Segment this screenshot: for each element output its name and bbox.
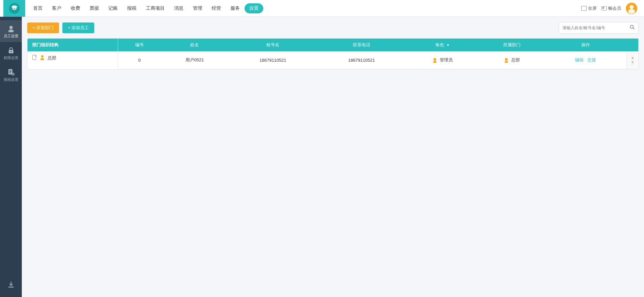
fullscreen-btn[interactable]: 全屏 bbox=[581, 5, 597, 11]
cell-phone: 18679110521 bbox=[317, 51, 406, 69]
table-row: 0 用户0521 18679110521 18679110521 bbox=[118, 51, 638, 69]
sidebar-item-tax-settings[interactable]: 报税设置 bbox=[0, 64, 22, 86]
cell-name: 用户0521 bbox=[161, 51, 229, 69]
tax-settings-icon bbox=[7, 68, 15, 76]
svg-point-20 bbox=[41, 58, 44, 60]
col-phone: 联系电话 bbox=[317, 39, 406, 51]
nav-fee[interactable]: 收费 bbox=[66, 3, 85, 13]
nav-business[interactable]: 工商项目 bbox=[141, 3, 169, 13]
cell-account: 18679110521 bbox=[228, 51, 317, 69]
nav-manage[interactable]: 管理 bbox=[188, 3, 207, 13]
lock-icon bbox=[7, 47, 15, 54]
col-account: 账号名 bbox=[228, 39, 317, 51]
download-icon bbox=[7, 281, 15, 289]
transfer-link[interactable]: 交接 bbox=[587, 57, 596, 62]
cell-dept: 总部 bbox=[479, 51, 544, 69]
svg-point-24 bbox=[504, 61, 508, 63]
svg-point-4 bbox=[9, 26, 13, 29]
sidebar-download[interactable] bbox=[0, 277, 22, 292]
role-filter-icon: ▼ bbox=[446, 43, 450, 47]
top-nav: 首页 客户 收费 票据 记账 报税 工商项目 消息 管理 经营 服务 设置 全屏… bbox=[0, 0, 644, 17]
user-avatar[interactable] bbox=[626, 3, 637, 14]
scroll-col: ▲ ▼ bbox=[627, 51, 638, 69]
main-wrapper: 员工设置 权限设置 bbox=[0, 17, 644, 297]
tree-item-label: 总部 bbox=[48, 55, 56, 61]
nav-invoice[interactable]: 票据 bbox=[85, 3, 104, 13]
nav-operation[interactable]: 经营 bbox=[207, 3, 226, 13]
content-area: + 添加部门 + 添加员工 部门组织结构 bbox=[22, 17, 644, 297]
tree-item-headquarters[interactable]: 总部 bbox=[28, 51, 118, 64]
add-employee-button[interactable]: + 添加员工 bbox=[62, 22, 94, 33]
search-input[interactable] bbox=[559, 23, 626, 32]
nav-right: 全屏 畅会员 bbox=[581, 3, 641, 14]
nav-tax[interactable]: 报税 bbox=[122, 3, 141, 13]
svg-point-22 bbox=[433, 61, 436, 63]
add-dept-button[interactable]: + 添加部门 bbox=[27, 22, 59, 33]
svg-point-2 bbox=[630, 5, 634, 9]
vip-btn[interactable]: 畅会员 bbox=[601, 5, 621, 11]
logo[interactable] bbox=[3, 0, 25, 17]
svg-point-21 bbox=[433, 58, 436, 61]
nav-service[interactable]: 服务 bbox=[226, 3, 245, 13]
col-name: 姓名 bbox=[161, 39, 229, 51]
cell-operations: 编辑 交接 bbox=[544, 51, 627, 69]
sidebar-item-employee[interactable]: 员工设置 bbox=[0, 20, 22, 42]
employee-icon bbox=[7, 25, 15, 32]
nav-message[interactable]: 消息 bbox=[169, 3, 188, 13]
role-icon bbox=[432, 57, 439, 62]
main-panel: 部门组织结构 总部 bbox=[27, 38, 639, 69]
svg-rect-15 bbox=[8, 287, 14, 288]
nav-bookkeeping[interactable]: 记账 bbox=[104, 3, 122, 13]
sidebar-bottom bbox=[0, 277, 22, 297]
dept-icon bbox=[504, 57, 510, 62]
svg-point-5 bbox=[8, 30, 14, 32]
col-dept: 所属部门 bbox=[479, 39, 544, 51]
tree-header: 部门组织结构 bbox=[28, 39, 118, 51]
cell-id: 0 bbox=[118, 51, 161, 69]
search-box bbox=[559, 22, 639, 34]
search-button[interactable] bbox=[626, 22, 638, 33]
col-id: 编号 bbox=[118, 39, 161, 51]
svg-point-23 bbox=[505, 58, 507, 61]
col-role[interactable]: 角色 ▼ bbox=[406, 39, 479, 51]
nav-home[interactable]: 首页 bbox=[29, 3, 47, 13]
scroll-col-header bbox=[627, 39, 638, 51]
dept-user-icon bbox=[40, 55, 45, 61]
sidebar-item-permission[interactable]: 权限设置 bbox=[0, 42, 22, 64]
col-op: 操作 bbox=[544, 39, 627, 51]
nav-customer[interactable]: 客户 bbox=[47, 3, 66, 13]
toolbar: + 添加部门 + 添加员工 bbox=[27, 22, 639, 34]
nav-items: 首页 客户 收费 票据 记账 报税 工商项目 消息 管理 经营 服务 设置 bbox=[25, 3, 581, 13]
sidebar: 员工设置 权限设置 bbox=[0, 17, 22, 297]
cell-role: 管理员 bbox=[406, 51, 479, 69]
employee-table: 编号 姓名 账号名 联系电话 角色 ▼ 所属部门 操作 bbox=[118, 39, 638, 69]
svg-point-19 bbox=[41, 55, 44, 58]
nav-settings[interactable]: 设置 bbox=[245, 3, 263, 13]
svg-point-7 bbox=[10, 51, 11, 52]
file-icon bbox=[32, 55, 37, 61]
tree-panel: 部门组织结构 总部 bbox=[28, 39, 118, 69]
svg-point-3 bbox=[628, 9, 635, 14]
table-panel: 编号 姓名 账号名 联系电话 角色 ▼ 所属部门 操作 bbox=[118, 39, 638, 69]
edit-link[interactable]: 编辑 bbox=[575, 57, 584, 62]
svg-line-17 bbox=[633, 28, 634, 29]
